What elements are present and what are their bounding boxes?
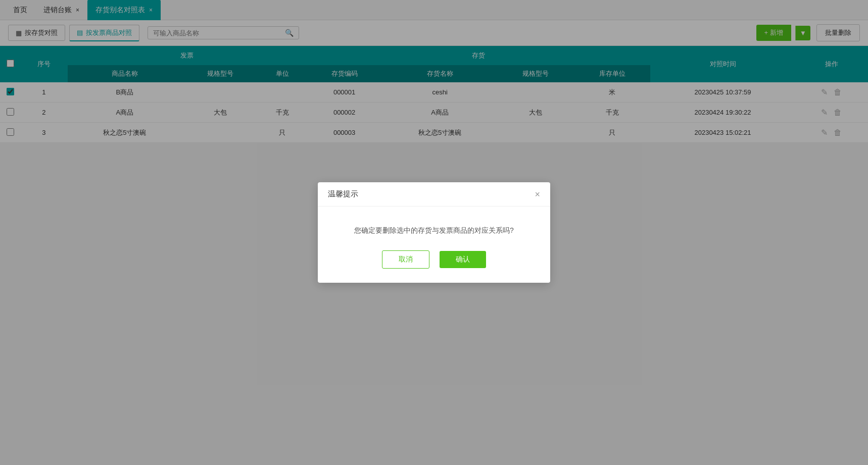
dialog-overlay: 温馨提示 × 您确定要删除选中的存货与发票商品的对应关系吗? 取消 确认	[0, 0, 868, 143]
